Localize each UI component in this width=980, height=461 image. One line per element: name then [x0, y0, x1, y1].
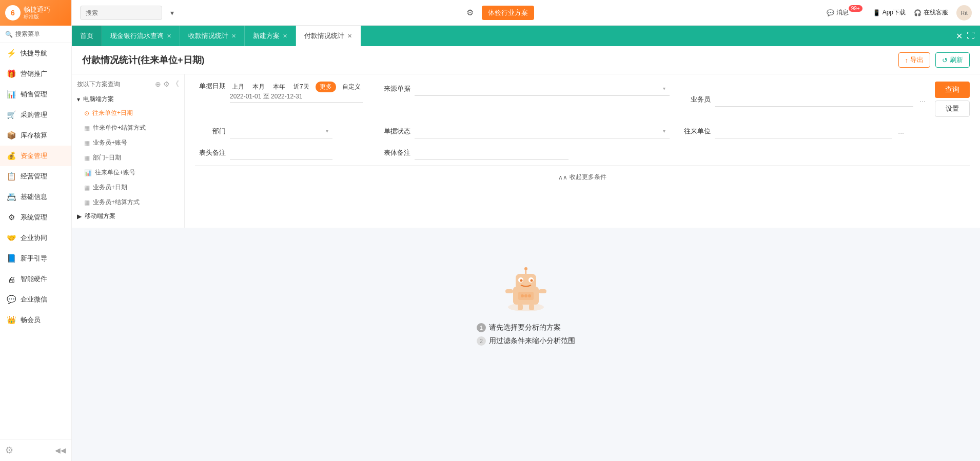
scheme-desktop-group[interactable]: ▾ 电脑端方案	[72, 93, 184, 106]
scheme-salesman-settle-icon: ▦	[84, 199, 90, 206]
sidebar-item-sales[interactable]: 📊 销售管理	[0, 84, 71, 105]
collapse-sidebar-icon[interactable]: ◀◀	[55, 446, 66, 454]
sidebar-item-member[interactable]: 👑 畅会员	[0, 310, 71, 330]
avatar[interactable]: Rit	[956, 5, 972, 21]
page-header: 付款情况统计(往来单位+日期) ↑ 导出 ↺ 刷新	[72, 46, 980, 74]
receivable-stat-close-icon[interactable]: ✕	[231, 33, 236, 39]
app-download-item[interactable]: 📱 App下载	[873, 8, 906, 17]
sidebar-item-enterprise[interactable]: 🤝 企业协同	[0, 228, 71, 248]
refresh-icon: ↺	[942, 56, 948, 64]
date-last-month[interactable]: 上月	[230, 82, 246, 92]
page-actions: ↑ 导出 ↺ 刷新	[898, 52, 970, 68]
page-title: 付款情况统计(往来单位+日期)	[82, 54, 205, 66]
topbar: ▾ ⚙ 体验行业方案 💬 消息 99+ 📱 App下载 🎧 在线客服 Rit	[72, 0, 980, 26]
sidebar-item-inventory[interactable]: 📦 库存核算	[0, 125, 71, 146]
tab-new-scheme[interactable]: 新建方案 ✕	[245, 26, 296, 46]
tab-fullscreen-icon[interactable]: ⛶	[967, 31, 975, 41]
purchase-icon: 🛒	[6, 110, 16, 120]
member-icon: 👑	[6, 315, 16, 325]
mobile-group-arrow: ▶	[77, 213, 82, 220]
scheme-collapse-icon[interactable]: 《	[172, 79, 179, 89]
scheme-unit-settle[interactable]: ▦ 往来单位+结算方式	[72, 121, 184, 135]
dept-dropdown-icon: ▾	[326, 128, 328, 134]
svg-rect-12	[529, 304, 534, 310]
export-icon: ↑	[905, 56, 909, 64]
topbar-dropdown-icon[interactable]: ▾	[170, 9, 174, 17]
payment-stat-close-icon[interactable]: ✕	[347, 33, 352, 39]
date-this-year[interactable]: 本年	[271, 82, 287, 92]
scheme-unit-account[interactable]: 📊 往来单位+账号	[72, 165, 184, 180]
source-select[interactable]: ▾	[415, 82, 670, 96]
sidebar-item-guide[interactable]: 📘 新手引导	[0, 248, 71, 269]
query-button[interactable]: 查询	[935, 82, 970, 98]
scheme-salesman-date-icon: ▦	[84, 184, 90, 191]
salesman-dots-icon[interactable]: ...	[919, 95, 926, 104]
sidebar-header: 6 畅捷通巧 标准版	[0, 0, 71, 26]
tab-home[interactable]: 首页	[72, 26, 102, 46]
dept-select[interactable]: ▾	[230, 124, 332, 138]
setting-button[interactable]: 设置	[935, 101, 970, 117]
enterprise-icon: 🤝	[6, 233, 16, 243]
scheme-salesman-settle[interactable]: ▦ 业务员+结算方式	[72, 195, 184, 210]
sidebar-item-basic[interactable]: 📇 基础信息	[0, 187, 71, 207]
sidebar-item-hardware[interactable]: 🖨 智能硬件	[0, 269, 71, 289]
sidebar-item-purchase[interactable]: 🛒 采购管理	[0, 105, 71, 125]
sidebar-brand: 畅捷通巧 标准版	[24, 6, 50, 20]
tab-close-all-icon[interactable]: ✕	[956, 31, 963, 41]
tab-actions: ✕ ⛶	[956, 31, 980, 41]
partner-dots-icon[interactable]: ...	[898, 127, 904, 135]
empty-tip-1: 1 请先选择要分析的方案	[477, 323, 575, 332]
settings-icon[interactable]: ⚙	[5, 445, 13, 456]
sidebar-logo: 6	[5, 5, 21, 21]
topbar-settings-icon[interactable]: ⚙	[466, 8, 474, 17]
sidebar-item-funds[interactable]: 💰 资金管理	[0, 146, 71, 166]
dept-label: 部门	[195, 127, 226, 136]
sidebar-item-system[interactable]: ⚙ 系统管理	[0, 207, 71, 228]
date-label: 单据日期	[195, 82, 226, 91]
scheme-mobile-group[interactable]: ▶ 移动端方案	[72, 210, 184, 223]
date-this-month[interactable]: 本月	[250, 82, 267, 92]
sidebar-search[interactable]: 🔍 搜索菜单	[0, 26, 71, 43]
sidebar-item-operations[interactable]: 📋 经营管理	[0, 166, 71, 187]
svg-point-8	[524, 267, 527, 270]
tab-bank-flow[interactable]: 现金银行流水查询 ✕	[102, 26, 180, 46]
sales-icon: 📊	[6, 89, 16, 99]
empty-state: 1 请先选择要分析的方案 2 用过滤条件来缩小分析范围	[72, 228, 980, 382]
scheme-dept-date[interactable]: ▦ 部门+日期	[72, 150, 184, 165]
empty-illustration	[500, 264, 552, 315]
online-service-item[interactable]: 🎧 在线客服	[914, 8, 948, 17]
bank-flow-close-icon[interactable]: ✕	[167, 33, 171, 39]
tab-receivable-stat[interactable]: 收款情况统计 ✕	[180, 26, 245, 46]
quick-nav-icon: ⚡	[6, 48, 16, 58]
scheme-dept-date-icon: ▦	[84, 154, 90, 162]
svg-point-16	[528, 294, 531, 297]
add-scheme-icon[interactable]: ⊕	[155, 80, 161, 88]
messages-item[interactable]: 💬 消息 99+	[827, 8, 865, 17]
topbar-search-input[interactable]	[80, 6, 162, 20]
trial-button[interactable]: 体验行业方案	[482, 6, 534, 20]
date-range-value[interactable]: 2022-01-01 至 2022-12-31	[230, 92, 363, 103]
export-button[interactable]: ↑ 导出	[898, 52, 931, 68]
date-last-7[interactable]: 近7天	[291, 82, 311, 92]
scheme-unit-settle-icon: ▦	[84, 125, 90, 132]
new-scheme-close-icon[interactable]: ✕	[283, 33, 287, 39]
date-custom[interactable]: 自定义	[340, 82, 363, 92]
sidebar-item-quick-nav[interactable]: ⚡ 快捷导航	[0, 43, 71, 64]
collapse-up-icon: ∧∧	[558, 174, 567, 181]
scheme-salesman-account-icon: ▦	[84, 139, 90, 147]
scheme-settings-icon[interactable]: ⚙	[163, 80, 170, 88]
basic-icon: 📇	[6, 192, 16, 202]
home-tab-label: 首页	[80, 31, 93, 41]
bill-status-select[interactable]: ▾	[415, 124, 670, 138]
refresh-button[interactable]: ↺ 刷新	[935, 52, 970, 68]
scheme-salesman-account[interactable]: ▦ 业务员+账号	[72, 135, 184, 150]
sidebar-item-marketing[interactable]: 🎁 营销推广	[0, 64, 71, 84]
collapse-filter-button[interactable]: ∧∧ 收起更多条件	[555, 170, 610, 185]
scheme-salesman-date[interactable]: ▦ 业务员+日期	[72, 180, 184, 195]
date-more[interactable]: 更多	[316, 82, 336, 92]
sidebar-item-wechat[interactable]: 💬 企业微信	[0, 289, 71, 310]
tab-payment-stat[interactable]: 付款情况统计 ✕	[296, 26, 361, 46]
scheme-unit-date[interactable]: ⊙ 往来单位+日期	[72, 106, 184, 121]
desktop-group-arrow: ▾	[77, 96, 80, 103]
scheme-unit-date-icon: ⊙	[84, 110, 89, 117]
